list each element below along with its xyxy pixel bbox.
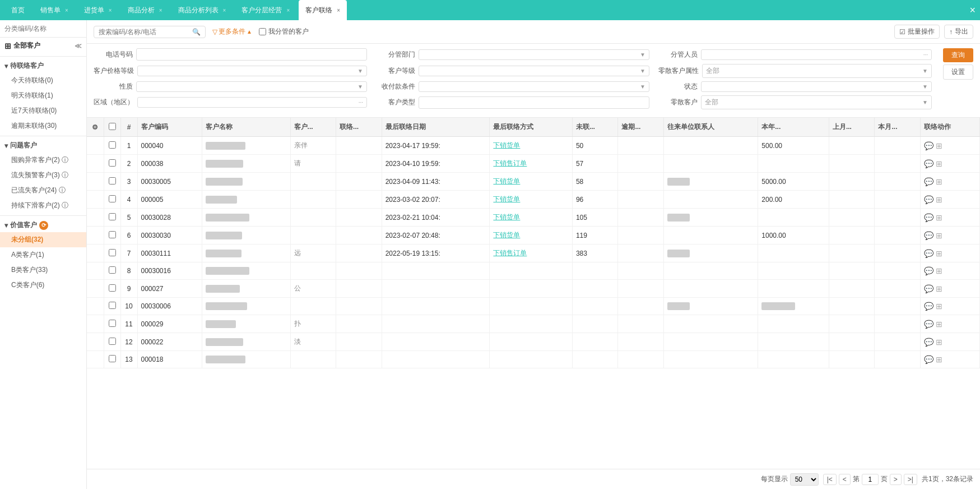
th-checkbox[interactable] bbox=[104, 118, 120, 137]
sidebar-item-overdue[interactable]: 逾期未联络(30) bbox=[0, 118, 86, 133]
cell-checkbox[interactable] bbox=[104, 315, 120, 333]
th-settings[interactable]: ⚙ bbox=[87, 118, 104, 137]
row-checkbox[interactable] bbox=[109, 141, 116, 149]
grid-action-icon[interactable]: ⊞ bbox=[936, 213, 942, 222]
chat-icon[interactable]: 💬 bbox=[924, 141, 933, 150]
search-input[interactable] bbox=[99, 28, 190, 36]
tab-home[interactable]: 首页 bbox=[4, 0, 31, 20]
grid-action-icon[interactable]: ⊞ bbox=[936, 302, 942, 311]
grid-action-icon[interactable]: ⊞ bbox=[936, 159, 942, 168]
last-page-button[interactable]: >| bbox=[904, 474, 917, 485]
row-checkbox[interactable] bbox=[109, 320, 116, 327]
nature-select[interactable]: ▼ bbox=[136, 81, 367, 92]
close-icon[interactable]: × bbox=[286, 7, 290, 13]
row-checkbox[interactable] bbox=[109, 338, 116, 345]
payment-select[interactable]: ▼ bbox=[419, 81, 649, 92]
region-select[interactable]: ··· bbox=[137, 97, 367, 108]
sidebar-item-today[interactable]: 今天待联络(0) bbox=[0, 73, 86, 88]
sidebar-group-problem[interactable]: ▾ 问题客户 bbox=[0, 139, 86, 153]
first-page-button[interactable]: |< bbox=[823, 474, 837, 485]
select-all-checkbox[interactable] bbox=[109, 123, 116, 130]
reset-button[interactable]: 设置 bbox=[943, 64, 973, 80]
chat-icon[interactable]: 💬 bbox=[924, 355, 933, 364]
sidebar-item-churn-warn[interactable]: 流失预警客户(3) ⓘ bbox=[0, 168, 86, 183]
dept-select[interactable]: ▼ bbox=[419, 49, 649, 60]
query-button[interactable]: 查询 bbox=[943, 48, 973, 62]
chat-icon[interactable]: 💬 bbox=[924, 249, 933, 258]
grid-action-icon[interactable]: ⊞ bbox=[936, 320, 942, 329]
grid-action-icon[interactable]: ⊞ bbox=[936, 195, 942, 204]
cell-checkbox[interactable] bbox=[104, 173, 120, 191]
next-page-button[interactable]: > bbox=[890, 474, 902, 485]
sidebar-search-input[interactable] bbox=[4, 25, 87, 33]
row-checkbox[interactable] bbox=[109, 249, 116, 256]
person-select[interactable]: ··· bbox=[701, 49, 932, 60]
close-icon[interactable]: × bbox=[109, 7, 112, 13]
tab-product-analysis[interactable]: 商品分析 × bbox=[121, 0, 169, 20]
chat-icon[interactable]: 💬 bbox=[924, 320, 933, 329]
export-button[interactable]: ↑ 导出 bbox=[944, 25, 973, 39]
contact-type-link[interactable]: 下销货单 bbox=[493, 213, 520, 221]
cell-checkbox[interactable] bbox=[104, 245, 120, 262]
cell-checkbox[interactable] bbox=[104, 333, 120, 351]
cell-checkbox[interactable] bbox=[104, 298, 120, 315]
page-input[interactable] bbox=[862, 474, 879, 485]
cust-type-input[interactable] bbox=[419, 96, 649, 109]
sidebar-group-pending[interactable]: ▾ 待联络客户 bbox=[0, 59, 86, 73]
sidebar-item-class-a[interactable]: A类客户(1) bbox=[0, 247, 86, 262]
contact-type-link[interactable]: 下销售订单 bbox=[493, 249, 527, 257]
row-checkbox[interactable] bbox=[109, 195, 116, 202]
chat-icon[interactable]: 💬 bbox=[924, 177, 933, 186]
sidebar-item-hoard[interactable]: 囤购异常客户(2) ⓘ bbox=[0, 153, 86, 168]
row-checkbox[interactable] bbox=[109, 266, 116, 274]
more-conditions-button[interactable]: ▽ 更多条件 ▲ bbox=[212, 27, 252, 36]
sidebar-item-7days[interactable]: 近7天待联络(0) bbox=[0, 103, 86, 118]
cell-checkbox[interactable] bbox=[104, 191, 120, 209]
cell-checkbox[interactable] bbox=[104, 351, 120, 368]
close-icon[interactable]: × bbox=[223, 7, 226, 13]
grid-action-icon[interactable]: ⊞ bbox=[936, 141, 942, 150]
grid-action-icon[interactable]: ⊞ bbox=[936, 355, 942, 364]
chat-icon[interactable]: 💬 bbox=[924, 302, 933, 311]
sidebar-item-class-c[interactable]: C类客户(6) bbox=[0, 278, 86, 293]
cell-checkbox[interactable] bbox=[104, 137, 120, 155]
row-checkbox[interactable] bbox=[109, 159, 116, 167]
batch-ops-button[interactable]: ☑ 批量操作 bbox=[894, 25, 940, 39]
close-all-button[interactable]: × bbox=[969, 4, 976, 16]
my-customers-checkbox[interactable]: 我分管的客户 bbox=[259, 27, 309, 36]
cell-checkbox[interactable] bbox=[104, 280, 120, 298]
sidebar-item-tomorrow[interactable]: 明天待联络(1) bbox=[0, 88, 86, 103]
cell-checkbox[interactable] bbox=[104, 262, 120, 280]
tab-customer-segment[interactable]: 客户分层经营 × bbox=[235, 0, 296, 20]
grid-action-icon[interactable]: ⊞ bbox=[936, 177, 942, 186]
row-checkbox[interactable] bbox=[109, 213, 116, 220]
close-icon[interactable]: × bbox=[159, 7, 162, 13]
chat-icon[interactable]: 💬 bbox=[924, 213, 933, 222]
grid-action-icon[interactable]: ⊞ bbox=[936, 231, 942, 240]
contact-type-link[interactable]: 下销货单 bbox=[493, 177, 520, 185]
retail-select[interactable]: 全部 ▼ bbox=[701, 95, 932, 109]
row-checkbox[interactable] bbox=[109, 302, 116, 309]
row-checkbox[interactable] bbox=[109, 177, 116, 184]
grid-action-icon[interactable]: ⊞ bbox=[936, 266, 942, 275]
price-grade-select[interactable]: ▼ bbox=[137, 66, 367, 76]
chat-icon[interactable]: 💬 bbox=[924, 284, 933, 293]
contact-type-link[interactable]: 下销货单 bbox=[493, 231, 520, 239]
phone-input[interactable] bbox=[136, 48, 367, 61]
close-icon[interactable]: × bbox=[65, 7, 68, 13]
tab-product-analysis-list[interactable]: 商品分析列表 × bbox=[171, 0, 233, 20]
grid-action-icon[interactable]: ⊞ bbox=[936, 284, 942, 293]
sidebar-item-declining[interactable]: 持续下滑客户(2) ⓘ bbox=[0, 198, 86, 213]
chat-icon[interactable]: 💬 bbox=[924, 338, 933, 347]
sidebar-all-customers[interactable]: ⊞ 全部客户 ≪ bbox=[0, 38, 86, 54]
sidebar-item-ungrouped[interactable]: 未分组(32) bbox=[0, 232, 86, 247]
my-customers-check[interactable] bbox=[259, 28, 266, 35]
retail-attr-select[interactable]: 全部 ▼ bbox=[702, 64, 932, 78]
tab-purchase-order[interactable]: 进货单 × bbox=[77, 0, 119, 20]
grid-action-icon[interactable]: ⊞ bbox=[936, 249, 942, 258]
cell-checkbox[interactable] bbox=[104, 155, 120, 173]
row-checkbox[interactable] bbox=[109, 355, 116, 362]
cell-checkbox[interactable] bbox=[104, 227, 120, 245]
contact-type-link[interactable]: 下销货单 bbox=[493, 195, 520, 203]
grid-action-icon[interactable]: ⊞ bbox=[936, 338, 942, 347]
